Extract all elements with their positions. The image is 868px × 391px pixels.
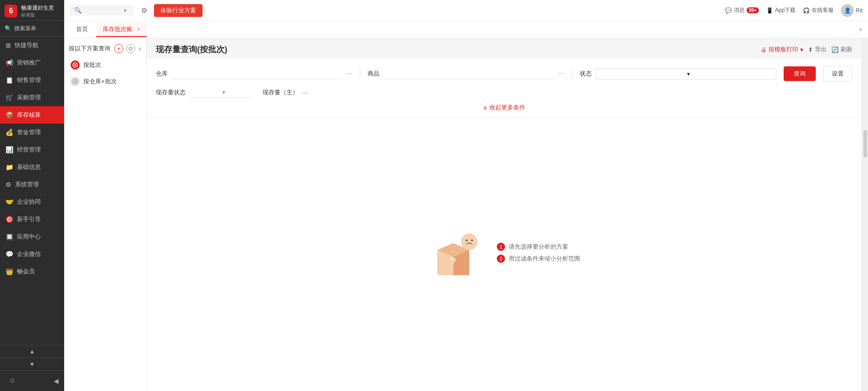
tip-num-2: 2 [497,255,505,263]
sidebar-collapse-btn[interactable]: ◀ [54,377,59,385]
content-area: 按以下方案查询 + ⚙ « 按批次 按仓库+批次 [64,38,868,391]
sidebar-item-guide[interactable]: 🎯 新手引导 [0,211,64,228]
svg-point-9 [471,239,473,241]
apps-icon: 🔲 [5,233,13,240]
stock-status-select[interactable]: ▾ [189,87,253,98]
empty-illustration: ? [428,227,483,282]
empty-state: ? 1 请先选择要分析的方案 2 用过滤条件来缩小分析范围 [147,118,862,391]
stock-qty-label: 现存量（主） [263,88,298,97]
member-icon: 👑 [5,268,13,275]
sidebar-item-basic[interactable]: 📁 基础信息 [0,158,64,176]
sidebar-item-enterprise[interactable]: 🤝 企业协同 [0,193,64,211]
filter-product-group: 商品 ··· [368,68,564,79]
product-label: 商品 [368,70,379,78]
empty-tip-1: 1 请先选择要分析的方案 [497,243,580,251]
print-dropdown-icon[interactable]: ▾ [800,46,803,53]
svg-point-7 [461,234,478,250]
sidebar-item-wechat[interactable]: 💬 企业微信 [0,245,64,263]
online-service-btn[interactable]: 🎧 在线客服 [803,6,834,14]
print-button[interactable]: 🖨 按模板打印 ▾ [761,45,803,54]
sidebar-item-finance[interactable]: 💰 资金管理 [0,124,64,141]
sidebar-search[interactable]: 🔍 搜索菜单 [0,21,64,37]
scheme-panel-collapse-btn[interactable]: « [138,45,142,52]
app-download-btn[interactable]: 📱 App下载 [766,6,796,14]
print-icon: 🖨 [761,46,767,53]
sidebar-footer: ⚙ ◀ [0,370,64,391]
sales-icon: 📋 [5,76,13,84]
topbar-search-dropdown-icon[interactable]: ▾ [124,7,126,14]
topbar-left: 🔍 ▾ ⚙ 体验行业方案 [70,4,721,17]
right-scrollbar[interactable] [862,38,868,391]
status-select[interactable]: ▾ [595,68,776,80]
stock-qty-dash: — [302,89,308,96]
scheme-settings-btn[interactable]: ⚙ [126,44,135,53]
user-profile-btn[interactable]: 👤 Rit [841,4,863,17]
tip-num-1: 1 [497,243,505,251]
filter-stock-status-group: 现存量状态 ▾ [156,87,253,98]
page-actions: 🖨 按模板打印 ▾ ⬆ 导出 🔄 刷新 [761,45,852,54]
svg-text:?: ? [450,255,456,267]
tabs-bar: 首页 库存批次账 × × [64,21,868,38]
tab-inventory-batch[interactable]: 库存批次账 × [96,22,147,37]
sidebar-scroll-up[interactable]: ▲ [0,345,64,358]
scheme-icon-by-batch [71,60,80,70]
refresh-icon: 🔄 [831,46,839,53]
filter-divider-2 [572,69,572,78]
sidebar-item-system[interactable]: ⚙ 系统管理 [0,176,64,193]
warehouse-input[interactable] [171,68,343,79]
filter-status-group: 状态 ▾ [580,68,776,80]
topbar-settings-btn[interactable]: ⚙ [137,4,150,17]
empty-svg: ? [428,227,483,282]
warehouse-more-icon[interactable]: ··· [346,70,352,78]
sidebar-scroll-down[interactable]: ▼ [0,358,64,370]
topbar-search-input[interactable] [84,7,121,14]
scheme-item-by-batch[interactable]: 按批次 [64,57,146,73]
product-more-icon[interactable]: ··· [558,70,564,78]
sidebar-item-purchase[interactable]: 🛒 采购管理 [0,89,64,106]
system-icon: ⚙ [5,181,11,188]
filter-stock-qty-group: 现存量（主） — [263,88,308,97]
inventory-icon: 📦 [5,111,13,119]
refresh-button[interactable]: 🔄 刷新 [831,45,852,54]
sidebar-item-sales[interactable]: 📋 销售管理 [0,71,64,89]
sidebar-header: 6 畅康通好生意 标准版 [0,0,64,21]
stock-status-label: 现存量状态 [156,88,186,97]
add-scheme-btn[interactable]: + [114,44,123,53]
sidebar-item-apps[interactable]: 🔲 应用中心 [0,228,64,245]
main-area: 🔍 ▾ ⚙ 体验行业方案 💬 消息 99+ 📱 App下载 🎧 在线客服 [64,0,868,391]
sidebar-item-member[interactable]: 👑 畅会员 [0,263,64,280]
search-icon: 🔍 [5,25,11,32]
sidebar-item-inventory[interactable]: 📦 库存核算 [0,106,64,124]
svg-point-8 [466,239,467,241]
sidebar-item-quick-nav[interactable]: ⊞ 快捷导航 [0,37,64,54]
sidebar: 6 畅康通好生意 标准版 🔍 搜索菜单 ⊞ 快捷导航 📢 营销推广 📋 销售管理… [0,0,64,391]
topbar: 🔍 ▾ ⚙ 体验行业方案 💬 消息 99+ 📱 App下载 🎧 在线客服 [64,0,868,21]
scheme-item-by-warehouse-batch[interactable]: 按仓库+批次 [64,73,146,90]
purchase-icon: 🛒 [5,94,13,101]
export-icon: ⬆ [808,46,813,53]
phone-icon: 📱 [766,7,773,14]
empty-tips: 1 请先选择要分析的方案 2 用过滤条件来缩小分析范围 [497,243,580,266]
tab-home[interactable]: 首页 [70,22,94,37]
export-button[interactable]: ⬆ 导出 [808,45,827,54]
empty-tip-2: 2 用过滤条件来缩小分析范围 [497,255,580,263]
tabs-close-right-icon[interactable]: × [859,26,863,33]
tab-close-icon[interactable]: × [137,26,140,33]
topbar-search-box[interactable]: 🔍 ▾ [70,5,134,16]
topbar-search-icon: 🔍 [74,7,82,14]
marketing-icon: 📢 [5,59,13,66]
experience-industry-button[interactable]: 体验行业方案 [154,4,203,17]
operation-icon: 📊 [5,146,13,153]
messages-btn[interactable]: 💬 消息 99+ [725,6,759,14]
product-input[interactable] [383,68,555,79]
collapse-filter-row[interactable]: ∧ 收起更多条件 [156,102,852,114]
guide-icon: 🎯 [5,216,13,223]
sidebar-item-operation[interactable]: 📊 经营管理 [0,141,64,158]
sidebar-nav: ⊞ 快捷导航 📢 营销推广 📋 销售管理 🛒 采购管理 📦 库存核算 💰 资金管… [0,37,64,345]
sidebar-settings-icon[interactable]: ⚙ [5,375,18,387]
collapse-label: 收起更多条件 [489,103,525,112]
filter-settings-button[interactable]: 设置 [823,66,852,81]
sidebar-item-marketing[interactable]: 📢 营销推广 [0,54,64,71]
query-button[interactable]: 查询 [784,66,816,81]
enterprise-icon: 🤝 [5,198,13,206]
